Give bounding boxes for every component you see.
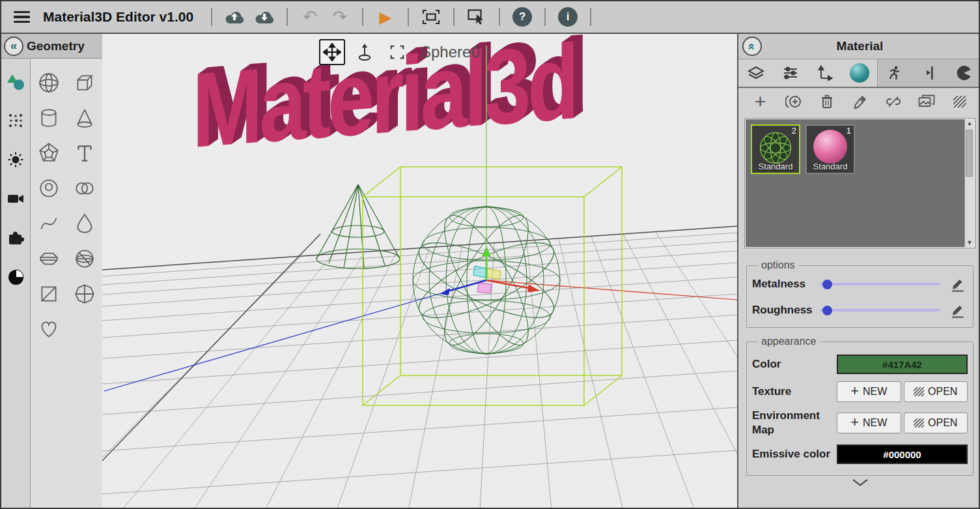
geometry-wireframe-sphere-button[interactable] [70, 244, 100, 274]
play-icon: ▶ [379, 9, 391, 25]
metalness-slider[interactable] [820, 278, 940, 290]
sidebar-item-camera[interactable] [5, 188, 27, 210]
runner-icon [887, 65, 903, 81]
add-material-button[interactable]: + [749, 90, 772, 113]
tab-properties[interactable] [773, 59, 807, 87]
plus-icon: + [755, 92, 766, 111]
chevron-left-icon: « [10, 39, 18, 51]
texture-open-button[interactable]: OPEN [904, 381, 968, 402]
gallery-button[interactable] [915, 90, 938, 113]
right-panel-header: « Material [738, 34, 980, 59]
rotate-icon [357, 43, 372, 61]
tab-align[interactable] [912, 59, 947, 87]
roughness-slider-thumb[interactable] [822, 306, 832, 315]
collapse-right-panel-button[interactable]: « [742, 36, 762, 56]
sidebar-item-plugin[interactable] [5, 227, 27, 249]
texture-label: Texture [752, 385, 837, 399]
eyedropper-button[interactable] [848, 90, 872, 113]
material-thumbnail-pink [813, 130, 847, 164]
torus-icon [37, 177, 61, 200]
cloud-download-button[interactable] [249, 3, 279, 31]
layers-icon [748, 66, 764, 80]
color-swatch-button[interactable]: #417A42 [837, 355, 968, 374]
geometry-dodecahedron-button[interactable] [34, 138, 64, 168]
run-button[interactable]: ▶ [371, 3, 400, 31]
geometry-cylinder-button[interactable] [34, 103, 64, 133]
scrollbar-thumb[interactable] [966, 130, 973, 177]
geometry-knot-button[interactable] [70, 173, 100, 203]
environment-open-label: OPEN [928, 417, 957, 429]
sidebar-item-shapes[interactable] [5, 70, 27, 93]
tab-transform[interactable] [807, 59, 842, 87]
menu-button[interactable] [7, 3, 36, 31]
roughness-slider[interactable] [820, 304, 940, 316]
left-panel-header: « Geometry [1, 34, 102, 59]
frame-capture-button[interactable] [416, 3, 446, 31]
cloud-upload-button[interactable] [219, 3, 249, 31]
texture-open-label: OPEN [928, 386, 957, 398]
sidebar-item-shading[interactable] [5, 266, 27, 288]
duplicate-material-button[interactable] [782, 90, 805, 113]
geometry-text-button[interactable] [70, 138, 100, 168]
undo-button[interactable]: ↶ [295, 3, 325, 31]
geometry-torus-button[interactable] [34, 173, 64, 203]
help-button[interactable]: ? [507, 3, 537, 31]
emissive-swatch-button[interactable]: #000000 [837, 444, 968, 464]
geometry-heart-button[interactable] [34, 314, 64, 344]
transform-gizmo[interactable] [440, 246, 540, 295]
material-item[interactable]: 1 Standard [805, 124, 855, 174]
gizmo-plane-xy[interactable] [473, 266, 486, 278]
geometry-cone-button[interactable] [70, 103, 100, 133]
redo-button[interactable]: ↷ [325, 3, 355, 31]
geometry-cube-button[interactable] [70, 68, 100, 98]
environment-open-button[interactable]: OPEN [904, 413, 968, 433]
scrollbar-up-arrow[interactable]: ▲ [967, 121, 973, 126]
gizmo-plane-xz[interactable] [486, 269, 501, 280]
toolbar-divider [287, 8, 288, 26]
geometry-disc-button[interactable] [34, 244, 64, 274]
shapes-icon [7, 73, 25, 91]
edit-metalness-button[interactable] [948, 274, 968, 294]
scrollbar-down-arrow[interactable]: ▼ [967, 240, 973, 246]
material-toolbar: + [738, 88, 980, 115]
gizmo-z-arrowhead[interactable] [440, 288, 450, 295]
geometry-plane-button[interactable] [34, 279, 64, 309]
metalness-slider-thumb[interactable] [822, 280, 832, 289]
environment-new-button[interactable]: + NEW [837, 413, 901, 433]
geometry-drop-button[interactable] [70, 209, 100, 239]
material-panel: « Material [737, 34, 980, 509]
gizmo-x-arrow[interactable] [486, 280, 529, 288]
selection-box [363, 167, 622, 405]
scene-canvas[interactable] [102, 34, 737, 509]
info-button[interactable]: i [553, 3, 583, 31]
material-list-scrollbar[interactable]: ▲ ▼ [964, 119, 974, 247]
scroll-down-button[interactable] [851, 478, 869, 487]
texture-new-button[interactable]: + NEW [837, 381, 901, 402]
geometry-sphere-button[interactable] [34, 68, 64, 98]
material-sphere-icon [850, 63, 869, 83]
tab-animation[interactable] [877, 59, 912, 87]
sidebar-item-particles[interactable] [5, 109, 27, 132]
tab-environment[interactable] [947, 59, 980, 87]
tab-layers[interactable] [738, 59, 773, 87]
delete-material-button[interactable] [815, 90, 839, 113]
chevron-down-icon [851, 478, 869, 487]
geometry-octahedron-button[interactable] [70, 279, 100, 309]
scale-tool-button[interactable] [384, 39, 410, 65]
roughness-label: Roughness [752, 304, 820, 317]
collapse-left-panel-button[interactable]: « [4, 36, 23, 56]
sidebar-item-light[interactable] [5, 149, 27, 171]
unlink-button[interactable] [882, 90, 905, 113]
material-item[interactable]: 2 Standard [751, 124, 800, 174]
rotate-tool-button[interactable] [352, 39, 378, 65]
geometry-curve-button[interactable] [34, 209, 64, 239]
viewport[interactable]: Material3d [102, 34, 737, 509]
hatch-pattern-button[interactable] [948, 90, 972, 113]
pointer-panel-button[interactable] [462, 3, 492, 31]
edit-roughness-button[interactable] [948, 300, 968, 320]
move-tool-button[interactable] [319, 39, 345, 65]
gizmo-y-arrowhead[interactable] [482, 246, 491, 256]
gizmo-plane-yz[interactable] [477, 283, 492, 293]
tab-material[interactable] [842, 59, 876, 87]
undo-icon: ↶ [303, 8, 318, 26]
